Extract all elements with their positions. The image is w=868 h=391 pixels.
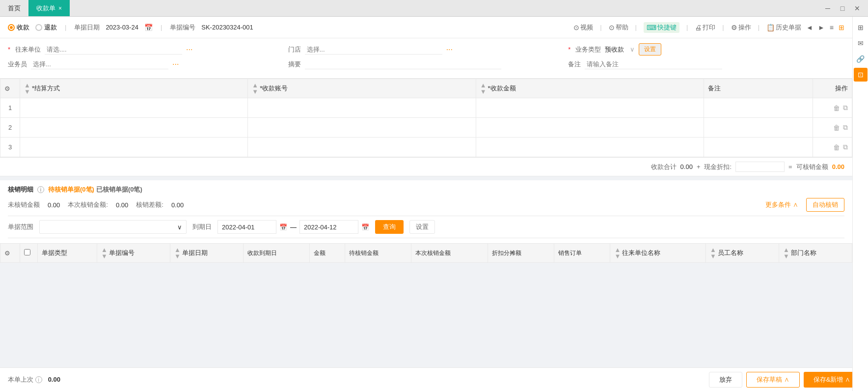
bottom-table-header: ⚙ 单据类型 ▲▼ 单据编号 [0, 244, 852, 263]
staff-input[interactable] [31, 59, 168, 69]
range-select[interactable]: ∨ [39, 220, 187, 234]
counterpart-more-btn[interactable]: ··· [186, 45, 192, 54]
row2-delete-icon[interactable]: 🗑 [833, 124, 840, 132]
date-to-icon[interactable]: 📅 [361, 223, 369, 231]
setting-button[interactable]: 设置 [639, 43, 661, 56]
current-label: 本次核销金额: [68, 200, 108, 209]
history-btn[interactable]: 📋 历史单据 [766, 23, 801, 32]
grid-view-btn[interactable]: ⊞ [839, 24, 844, 31]
date-dash: — [290, 223, 297, 231]
verif-tab-pending[interactable]: 待核销单据(0笔) [48, 185, 94, 194]
counterpart-input[interactable] [45, 45, 182, 55]
row2-remark[interactable] [704, 118, 813, 138]
verif-setting-button[interactable]: 设置 [409, 220, 435, 234]
shop-section: 门店 ··· [288, 45, 565, 55]
remark-input[interactable] [585, 59, 722, 69]
sidebar-screen-icon[interactable]: ⊡ [854, 68, 868, 82]
toolbar-right: ⊙ 视频 | ⊙ 帮助 | ⌨ 快捷键 | 🖨 打印 | ⚙ 操作 | 📋 历史… [573, 22, 844, 33]
print-btn[interactable]: 🖨 打印 [695, 23, 715, 32]
radio-receipt[interactable]: 收款 [8, 23, 29, 32]
row2-actions: 🗑 ⧉ [813, 118, 852, 138]
more-conditions-btn[interactable]: 更多条件 ∧ [765, 200, 798, 209]
staff-label: 业务员 [8, 60, 27, 69]
date-from-input[interactable] [217, 220, 276, 234]
row1-remark[interactable] [704, 98, 813, 118]
select-all-checkbox[interactable] [24, 249, 30, 255]
row2-copy-icon[interactable]: ⧉ [843, 123, 848, 132]
separator7: | [758, 24, 760, 31]
nav-right-btn[interactable]: ► [818, 24, 825, 31]
tab-bar: 首页 收款单 × ─ □ ✕ [0, 0, 868, 17]
row3-settlement[interactable] [20, 138, 248, 157]
date-from-icon[interactable]: 📅 [279, 223, 287, 231]
summary-input[interactable] [305, 59, 501, 69]
biz-type-required: * [568, 46, 570, 53]
row1-copy-icon[interactable]: ⧉ [843, 104, 848, 112]
row3-delete-icon[interactable]: 🗑 [833, 143, 840, 151]
summary-label: 摘要 [288, 60, 301, 69]
bottom-table-gear-icon[interactable]: ⚙ [4, 250, 10, 257]
tab-receipt[interactable]: 收款单 × [28, 0, 70, 16]
discount-input[interactable] [735, 162, 785, 172]
available-value: 0.00 [832, 163, 844, 170]
biz-type-caret[interactable]: ∨ [630, 46, 635, 53]
shop-input[interactable] [305, 45, 442, 55]
nav-left-btn[interactable]: ◄ [806, 24, 813, 31]
tab-home-label: 首页 [8, 4, 21, 13]
save-new-button[interactable]: 保存&新增 ∧ [804, 372, 860, 388]
row1-amount[interactable] [476, 98, 704, 118]
close-button[interactable]: ✕ [850, 1, 864, 15]
date-to-input[interactable] [299, 220, 358, 234]
row3-amount[interactable] [476, 138, 704, 157]
sidebar-link-icon[interactable]: 🔗 [854, 52, 868, 66]
staff-more-btn[interactable]: ··· [172, 60, 179, 69]
row2-account[interactable] [248, 118, 476, 138]
verif-stats-row: 未核销金额 0.00 本次核销金额: 0.00 核销差额: 0.00 更多条件 … [8, 198, 844, 212]
number-value: SK-20230324-001 [201, 24, 253, 31]
toolbar: 收款 退款 | 单据日期 2023-03-24 📅 | 单据编号 SK-2023… [0, 17, 852, 38]
receipt-table-wrap: ⚙ ▲▼ *结算方式 ▲▼ *收款账号 [0, 79, 852, 157]
video-btn[interactable]: ⊙ 视频 [573, 23, 593, 32]
row-num-1: 1 [0, 98, 20, 118]
save-draft-button[interactable]: 保存草稿 ∧ [746, 372, 800, 388]
footer-info-icon[interactable]: i [35, 376, 42, 383]
sidebar-mail-icon[interactable]: ✉ [854, 36, 868, 50]
shortcut-btn[interactable]: ⌨ 快捷键 [644, 22, 679, 33]
row3-account[interactable] [248, 138, 476, 157]
verif-tab-done[interactable]: 已核销单据(0笔) [96, 185, 142, 194]
staff-section: 业务员 ··· [8, 59, 284, 69]
tab-home[interactable]: 首页 [0, 0, 28, 16]
summary-row: 收款合计 0.00 + 现金折扣: = 可核销金额 0.00 [0, 157, 852, 176]
maximize-button[interactable]: □ [836, 1, 849, 15]
number-label: 单据编号 [170, 23, 195, 32]
abandon-button[interactable]: 放弃 [709, 372, 742, 388]
query-button[interactable]: 查询 [375, 220, 404, 234]
operation-btn[interactable]: ⚙ 操作 [731, 23, 751, 32]
help-btn[interactable]: ⊙ 帮助 [609, 23, 628, 32]
bth-counterpart: ▲▼ 往来单位名称 [610, 244, 706, 263]
tab-close-icon[interactable]: × [58, 5, 62, 12]
auto-offset-button[interactable]: 自动核销 [806, 198, 844, 212]
table-gear-icon[interactable]: ⚙ [4, 85, 10, 92]
row1-delete-icon[interactable]: 🗑 [833, 104, 840, 112]
calendar-icon[interactable]: 📅 [144, 24, 153, 31]
row3-copy-icon[interactable]: ⧉ [843, 143, 848, 151]
main-scroll: 收款 退款 | 单据日期 2023-03-24 📅 | 单据编号 SK-2023… [0, 17, 868, 346]
separator3: | [600, 24, 601, 31]
verif-info-icon[interactable]: i [37, 186, 44, 193]
th-remark: 备注 [704, 79, 813, 98]
row1-account[interactable] [248, 98, 476, 118]
available-label: 可核销金额 [796, 163, 828, 171]
bottom-table-wrap: ⚙ 单据类型 ▲▼ 单据编号 [0, 243, 852, 263]
biz-type-value: 预收款 [605, 45, 624, 54]
row2-settlement[interactable] [20, 118, 248, 138]
radio-refund[interactable]: 退款 [35, 23, 57, 32]
row1-settlement[interactable] [20, 98, 248, 118]
row2-amount[interactable] [476, 118, 704, 138]
list-view-btn[interactable]: ≡ [830, 24, 834, 31]
date-label-filter: 到期日 [192, 223, 212, 231]
row3-remark[interactable] [704, 138, 813, 157]
minimize-button[interactable]: ─ [821, 1, 835, 15]
sidebar-table-icon[interactable]: ⊞ [854, 21, 868, 34]
shop-more-btn[interactable]: ··· [446, 45, 453, 54]
